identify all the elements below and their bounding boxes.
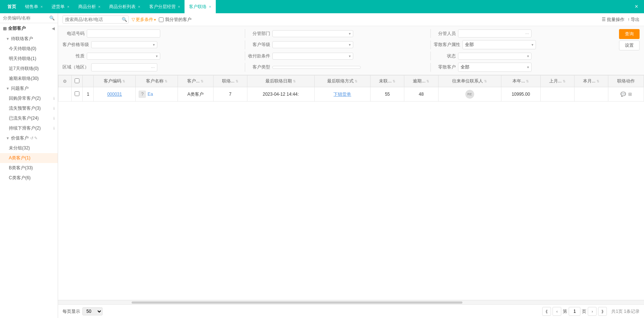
sidebar-collapse-icon[interactable]: ◀ — [52, 26, 55, 31]
filter-more-conditions[interactable]: ▽ 更多条件 ▾ — [132, 17, 156, 23]
sort-this-month-icon[interactable]: ⇅ — [597, 80, 600, 83]
nav-goods-analysis[interactable]: 商品分析 × — [74, 0, 105, 13]
price-level-dropdown-icon: ▾ — [153, 43, 155, 47]
sidebar-item-repurchase-abnormal[interactable]: 回购异常客户(2) ℹ — [0, 93, 58, 103]
nav-purchase[interactable]: 进货单 × — [47, 0, 74, 13]
filter-input-phone[interactable] — [87, 29, 160, 38]
sidebar-search-icon[interactable]: 🔍 — [49, 15, 55, 21]
sort-contact-icon[interactable]: ⇅ — [236, 80, 239, 83]
retail-attr-dropdown-icon: ▾ — [532, 43, 533, 47]
dept-dropdown-icon: ▾ — [349, 32, 351, 36]
chat-icon[interactable]: 💬 — [620, 92, 626, 97]
sort-last-month-icon[interactable]: ⇅ — [563, 80, 566, 83]
row-checkbox[interactable] — [75, 91, 79, 96]
sort-this-year-icon[interactable]: ⇅ — [526, 80, 529, 83]
filter-select-payment[interactable]: ▾ — [272, 53, 353, 60]
last-page-button[interactable]: ⟫ — [598, 307, 607, 316]
filter-select-customer-level[interactable]: ▾ — [272, 41, 353, 48]
row-last-month-cell — [540, 87, 574, 102]
total-pages-label: 页 — [582, 308, 586, 315]
sidebar-item-today-pending[interactable]: 今天待联络(0) — [0, 44, 58, 54]
setting-button[interactable]: 设置 — [619, 40, 640, 50]
filter-select-dept[interactable]: ▾ — [272, 30, 353, 37]
filter-search-input[interactable] — [65, 17, 120, 22]
next-page-button[interactable]: › — [588, 307, 597, 316]
sort-method-icon[interactable]: ⇅ — [355, 80, 358, 83]
pagination: 每页显示 50 100 ⟪ ‹ 第 页 › ⟫ 共1页 1条记录 — [58, 304, 644, 318]
filter-field-dept: 分管部门 ▾ — [248, 30, 427, 37]
close-purchase-icon[interactable]: × — [67, 4, 69, 9]
page-number-input[interactable] — [569, 307, 580, 316]
filter-label-price-level: 客户价格等级 — [62, 42, 89, 48]
horizontal-scrollbar[interactable] — [58, 300, 644, 304]
close-all-button[interactable]: × — [632, 3, 641, 10]
customer-name[interactable]: Ea — [147, 92, 153, 97]
edit-group-icon[interactable]: ✎ — [34, 136, 37, 141]
person-ellipsis-icon[interactable]: ··· — [525, 31, 529, 36]
filter-select-person[interactable]: ··· — [458, 29, 532, 38]
batch-operation-button[interactable]: ☰ 批量操作 — [602, 17, 625, 23]
sidebar-group-value[interactable]: ▼ 价值客户 ↺ ✎ — [0, 133, 58, 143]
sidebar-item-7days-pending[interactable]: 近7天待联络(0) — [0, 64, 58, 74]
sidebar-item-tomorrow-pending[interactable]: 明天待联络(1) — [0, 54, 58, 64]
export-button[interactable]: ↑ 导出 — [627, 17, 640, 23]
filter-search-icon[interactable]: 🔍 — [122, 17, 127, 22]
filter-select-customer-type[interactable] — [272, 66, 361, 69]
nav-goods-list[interactable]: 商品分析列表 × — [105, 0, 144, 13]
refresh-icon[interactable]: ↺ — [30, 136, 33, 141]
region-ellipsis-icon[interactable]: ··· — [151, 65, 155, 70]
my-customers-checkbox[interactable] — [159, 17, 164, 22]
filter-select-nature[interactable]: ▾ — [87, 53, 160, 60]
sidebar-item-overdue-pending[interactable]: 逾期未联络(30) — [0, 74, 58, 84]
scrollbar-thumb[interactable] — [132, 301, 462, 304]
sidebar-all-customers[interactable]: ⊞ 全部客户 ◀ — [0, 23, 58, 34]
sidebar-group-problem[interactable]: ▼ 问题客户 — [0, 84, 58, 93]
sort-overdue-icon[interactable]: ⇅ — [426, 80, 429, 83]
nav-sales[interactable]: 销售单 × — [21, 0, 47, 13]
filter-select-price-level[interactable]: ▾ — [91, 41, 157, 48]
close-goods-list-icon[interactable]: × — [138, 4, 140, 9]
sidebar-item-class-a[interactable]: A类客户(1) — [0, 153, 58, 163]
sort-no-contact-icon[interactable]: ⇅ — [393, 80, 396, 83]
filter-field-payment: 收付款条件 ▾ — [248, 53, 427, 60]
nav-customer-segment[interactable]: 客户分层经营 × — [145, 0, 185, 13]
contact-method-link[interactable]: 下销货单 — [333, 92, 351, 97]
page-size-select[interactable]: 50 100 — [82, 307, 103, 315]
filter-row-2: 客户价格等级 ▾ 客户等级 ▾ — [62, 40, 613, 49]
sort-category-icon[interactable]: ⇅ — [201, 80, 204, 83]
sidebar-item-ungroup[interactable]: 未分组(32) — [0, 143, 58, 153]
sidebar-item-declining[interactable]: 持续下滑客户(2) ℹ — [0, 123, 58, 133]
filter-label-region: 区域（地区） — [62, 64, 89, 70]
filter-select-region[interactable]: ··· — [91, 63, 157, 71]
qr-icon[interactable]: ⊞ — [628, 92, 632, 97]
sidebar-item-churn-warning[interactable]: 流失预警客户(3) ℹ — [0, 103, 58, 113]
sort-date-icon[interactable]: ⇅ — [293, 80, 296, 83]
select-all-checkbox[interactable] — [75, 78, 79, 83]
close-goods-analysis-icon[interactable]: × — [98, 4, 100, 9]
sidebar-item-churned[interactable]: 已流失客户(24) ℹ — [0, 113, 58, 123]
my-customers-filter[interactable]: 我分管的客户 — [159, 17, 192, 23]
filter-select-retail-attr[interactable]: 全部 ▾ — [462, 40, 536, 49]
nav-customer-contact[interactable]: 客户联络 × — [185, 0, 215, 13]
customer-code-link[interactable]: 000031 — [107, 92, 122, 97]
sidebar-item-class-b[interactable]: B类客户(33) — [0, 163, 58, 173]
filter-select-retail[interactable]: 全部 ▾ — [458, 63, 532, 72]
sort-name-icon[interactable]: ⇅ — [165, 80, 168, 83]
sidebar: 🔍 ⊞ 全部客户 ◀ ▼ 待联络客户 今天待联络(0) 明天待联络(1) 近7天… — [0, 13, 58, 318]
row-action-cell: 💬 ⊞ — [608, 87, 644, 102]
column-settings-icon[interactable]: ⚙ — [63, 79, 67, 84]
prev-page-button[interactable]: ‹ — [552, 307, 561, 316]
close-sales-icon[interactable]: × — [40, 4, 43, 9]
close-customer-segment-icon[interactable]: × — [178, 4, 180, 9]
sidebar-item-class-c[interactable]: C类客户(6) — [0, 173, 58, 183]
sidebar-search-input[interactable] — [3, 15, 49, 21]
close-customer-contact-icon[interactable]: × — [209, 4, 211, 9]
filter-field-phone: 电话号码 — [62, 29, 242, 38]
first-page-button[interactable]: ⟪ — [542, 307, 551, 316]
nav-home[interactable]: 首页 — [3, 0, 21, 13]
filter-select-status[interactable]: ▾ — [458, 53, 532, 60]
sort-past-contacts-icon[interactable]: ⇅ — [484, 80, 487, 83]
query-button[interactable]: 查询 — [619, 29, 640, 39]
sort-code-icon[interactable]: ⇅ — [122, 80, 125, 83]
sidebar-group-pending[interactable]: ▼ 待联络客户 — [0, 34, 58, 44]
